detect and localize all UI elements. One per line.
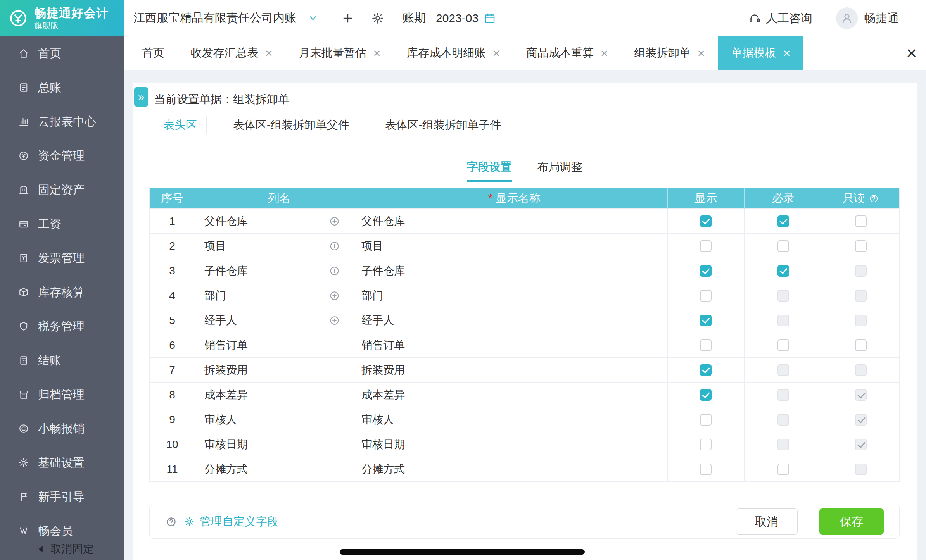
calendar-icon[interactable] xyxy=(483,12,496,25)
unpin-button[interactable]: 取消固定 xyxy=(0,538,124,560)
readonly-checkbox[interactable] xyxy=(855,215,867,227)
sidebar-item-archive[interactable]: 归档管理 xyxy=(0,377,124,412)
section-tab-header-area[interactable]: 表头区 xyxy=(154,115,207,135)
sidebar-item-label: 税务管理 xyxy=(38,319,85,334)
save-button[interactable]: 保存 xyxy=(819,508,884,535)
add-column-button[interactable] xyxy=(329,290,340,301)
show-checkbox[interactable] xyxy=(700,265,712,277)
section-tab-body-parent[interactable]: 表体区-组装拆卸单父件 xyxy=(224,115,359,135)
horizontal-scrollbar[interactable] xyxy=(340,549,585,555)
show-checkbox[interactable] xyxy=(700,414,712,426)
display-name-cell: 审核人 xyxy=(354,407,667,432)
sidebar-item-label: 总账 xyxy=(38,80,61,96)
sidebar-item-cloud-reports[interactable]: 云报表中心 xyxy=(0,105,124,139)
sidebar-item-closing[interactable]: 结账 xyxy=(0,343,124,377)
sidebar-item-guide[interactable]: 新手引导 xyxy=(0,480,124,514)
show-checkbox[interactable] xyxy=(700,339,712,351)
inventory-icon xyxy=(18,286,29,298)
tab-close-icon[interactable]: × xyxy=(373,47,381,59)
readonly-checkbox[interactable] xyxy=(855,339,867,351)
required-checkbox xyxy=(777,364,789,376)
add-column-button[interactable] xyxy=(329,315,340,326)
add-column-button[interactable] xyxy=(329,215,340,227)
show-checkbox[interactable] xyxy=(700,464,712,475)
column-header-show: 显示 xyxy=(667,188,744,209)
period-value[interactable]: 2023-03 xyxy=(436,12,479,25)
show-checkbox[interactable] xyxy=(700,315,712,326)
sidebar-item-tax[interactable]: 税务管理 xyxy=(0,309,124,343)
manage-custom-fields-link[interactable]: 管理自定义字段 xyxy=(200,514,278,529)
company-selector[interactable]: 江西服宝精品有限责任公司内账 xyxy=(133,10,319,26)
template-settings-panel: » 当前设置单据：组装拆卸单 表头区表体区-组装拆卸单父件表体区-组装拆卸单子件… xyxy=(133,83,917,560)
sidebar-item-fixed-assets[interactable]: 固定资产 xyxy=(0,173,124,207)
collapse-button[interactable]: » xyxy=(134,87,148,107)
add-plus-icon[interactable] xyxy=(341,12,354,25)
tab-close-icon[interactable]: × xyxy=(783,47,790,59)
tab-month-end-estimate[interactable]: 月末批量暂估× xyxy=(286,36,394,70)
show-cell xyxy=(667,358,744,383)
help-circle-icon[interactable] xyxy=(165,516,177,528)
show-checkbox[interactable] xyxy=(700,240,712,252)
required-cell xyxy=(744,234,822,258)
sidebar-item-funds[interactable]: 资金管理 xyxy=(0,139,124,173)
sidebar-item-general-ledger[interactable]: 总账 xyxy=(0,71,124,105)
avatar[interactable] xyxy=(836,7,858,29)
show-checkbox[interactable] xyxy=(700,290,712,302)
section-tab-body-child[interactable]: 表体区-组装拆卸单子件 xyxy=(376,115,511,135)
member-icon xyxy=(18,525,29,537)
tab-inventory-cost-ledger[interactable]: 库存成本明细账× xyxy=(394,36,513,70)
tab-doc-template[interactable]: 单据模板× xyxy=(718,36,803,70)
sidebar-item-inventory[interactable]: 库存核算 xyxy=(0,275,124,309)
settings-gear-icon[interactable] xyxy=(371,11,385,25)
support-link[interactable]: 人工咨询 xyxy=(766,10,812,26)
unpin-icon xyxy=(36,544,46,554)
column-name-label: 成本差异 xyxy=(204,389,248,401)
tab-product-cost-recalc[interactable]: 商品成本重算× xyxy=(513,36,621,70)
sidebar-item-reimburse[interactable]: 小畅报销 xyxy=(0,412,124,446)
display-name-cell: 经手人 xyxy=(354,308,667,333)
tab-assembly-order[interactable]: 组装拆卸单× xyxy=(621,36,718,70)
tab-close-icon[interactable]: × xyxy=(265,47,273,59)
show-cell xyxy=(667,258,744,283)
tab-home[interactable]: 首页 xyxy=(129,36,178,70)
sidebar-item-home[interactable]: 首页 xyxy=(0,36,124,71)
required-checkbox[interactable] xyxy=(777,240,789,252)
add-column-button[interactable] xyxy=(329,240,340,252)
username[interactable]: 畅捷通 xyxy=(864,10,899,26)
cancel-button[interactable]: 取消 xyxy=(736,508,798,535)
guide-icon xyxy=(18,491,29,503)
tab-close-icon[interactable]: × xyxy=(601,47,608,59)
section-tabs: 表头区表体区-组装拆卸单父件表体区-组装拆卸单子件 xyxy=(154,115,510,135)
required-checkbox[interactable] xyxy=(777,215,789,227)
tab-close-icon[interactable]: × xyxy=(698,47,705,59)
column-name-label: 拆装费用 xyxy=(204,364,248,376)
show-checkbox[interactable] xyxy=(700,215,712,227)
tab-close-icon[interactable]: × xyxy=(492,47,500,59)
column-name-label: 子件仓库 xyxy=(204,265,248,277)
table-row: 7拆装费用拆装费用 xyxy=(150,358,900,383)
add-column-button[interactable] xyxy=(329,265,340,276)
sidebar-item-label: 发票管理 xyxy=(38,250,85,266)
sub-tab-field-settings[interactable]: 字段设置 xyxy=(467,159,512,182)
close-all-icon[interactable]: × xyxy=(906,44,917,62)
show-checkbox[interactable] xyxy=(700,364,712,376)
required-checkbox[interactable] xyxy=(777,265,789,277)
sidebar-item-invoice[interactable]: 发票管理 xyxy=(0,241,124,275)
row-index-cell: 7 xyxy=(150,358,195,383)
home-icon xyxy=(18,48,29,59)
readonly-checkbox[interactable] xyxy=(855,240,867,252)
required-checkbox[interactable] xyxy=(777,339,789,351)
display-name-cell: 成本差异 xyxy=(354,383,667,407)
app-title: 畅捷通好会计 xyxy=(34,6,109,20)
sidebar-item-settings[interactable]: 基础设置 xyxy=(0,446,124,480)
sidebar-menu: 首页总账云报表中心资金管理固定资产工资发票管理库存核算税务管理结账归档管理小畅报… xyxy=(0,36,124,548)
row-index-cell: 4 xyxy=(150,283,195,308)
column-name-cell: 销售订单 xyxy=(195,333,354,358)
show-checkbox[interactable] xyxy=(700,439,712,450)
required-checkbox[interactable] xyxy=(777,464,789,475)
sidebar-item-payroll[interactable]: 工资 xyxy=(0,207,124,241)
sub-tab-layout-adjust[interactable]: 布局调整 xyxy=(537,159,582,182)
show-checkbox[interactable] xyxy=(700,389,712,401)
report-icon xyxy=(18,116,29,128)
tab-inout-summary[interactable]: 收发存汇总表× xyxy=(178,36,286,70)
